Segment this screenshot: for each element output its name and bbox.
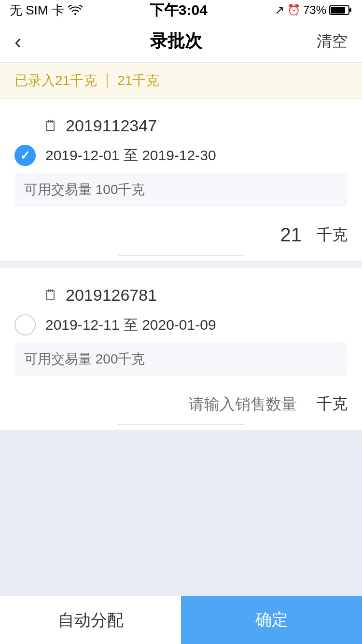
confirm-button[interactable]: 确定 <box>181 596 362 644</box>
batch2-date-row: 2019-12-11 至 2020-01-09 <box>14 309 348 340</box>
auto-distribute-button[interactable]: 自动分配 <box>0 596 181 644</box>
battery-percent: 73% <box>303 3 326 17</box>
batch1-divider-wrap <box>0 255 362 261</box>
batch1-qty-divider <box>118 255 244 256</box>
spacer <box>14 207 348 214</box>
battery-icon <box>329 4 352 16</box>
batch2-card: 🗒 2019126781 2019-12-11 至 2020-01-09 可用交… <box>0 268 362 384</box>
batch2-avail: 可用交易量 200千克 <box>14 342 348 376</box>
nav-bar: ‹ 录批次 清空 <box>0 20 362 63</box>
info-banner: 已录入21千克 21千克 <box>0 63 362 99</box>
content-area: 🗒 2019112347 2019-12-01 至 2019-12-30 可用交… <box>0 99 362 644</box>
batch1-card: 🗒 2019112347 2019-12-01 至 2019-12-30 可用交… <box>0 99 362 214</box>
status-left: 无 SIM 卡 <box>10 2 83 19</box>
info-tag: 已录入21千克 <box>14 71 97 90</box>
clear-button[interactable]: 清空 <box>309 31 348 52</box>
batch2-header: 🗒 2019126781 <box>14 278 348 309</box>
batch2-qty-row: 千克 <box>0 384 362 424</box>
location-icon: ↗ <box>275 3 284 17</box>
batch2-divider-wrap <box>0 424 362 430</box>
batch1-header: 🗒 2019112347 <box>14 109 348 140</box>
spacer2 <box>14 376 348 384</box>
batch2-number: 2019126781 <box>66 286 157 305</box>
batch1-qty-input[interactable] <box>251 224 309 246</box>
batch1-doc-icon: 🗒 <box>43 118 58 134</box>
batch1-radio[interactable] <box>14 145 36 166</box>
wifi-icon <box>68 5 83 15</box>
svg-rect-2 <box>331 7 345 14</box>
svg-rect-1 <box>349 8 351 12</box>
status-time: 下午3:04 <box>150 0 208 20</box>
batch2-qty-input[interactable] <box>14 395 304 413</box>
status-bar: 无 SIM 卡 下午3:04 ↗ ⏰ 73% <box>0 0 362 20</box>
back-button[interactable]: ‹ <box>14 29 43 54</box>
batch1-number: 2019112347 <box>66 116 157 135</box>
page-title: 录批次 <box>43 29 309 53</box>
batch2-radio[interactable] <box>14 314 36 336</box>
status-right: ↗ ⏰ 73% <box>275 3 352 17</box>
section-sep-1 <box>0 261 362 268</box>
batch1-qty-unit: 千克 <box>317 224 348 246</box>
batch1-avail: 可用交易量 100千克 <box>14 173 348 207</box>
batch1-date-range: 2019-12-01 至 2019-12-30 <box>45 146 216 166</box>
batch1-date-row: 2019-12-01 至 2019-12-30 <box>14 140 348 171</box>
carrier-label: 无 SIM 卡 <box>10 2 64 19</box>
batch2-qty-divider <box>118 424 244 425</box>
batch2-date-range: 2019-12-11 至 2020-01-09 <box>45 315 216 335</box>
alarm-icon: ⏰ <box>287 4 300 16</box>
info-value: 21千克 <box>117 71 159 90</box>
batch2-doc-icon: 🗒 <box>43 287 58 304</box>
info-divider <box>107 73 108 88</box>
bottom-bar: 自动分配 确定 <box>0 596 362 644</box>
batch2-qty-unit: 千克 <box>317 393 348 415</box>
batch1-qty-row: 千克 <box>0 214 362 255</box>
